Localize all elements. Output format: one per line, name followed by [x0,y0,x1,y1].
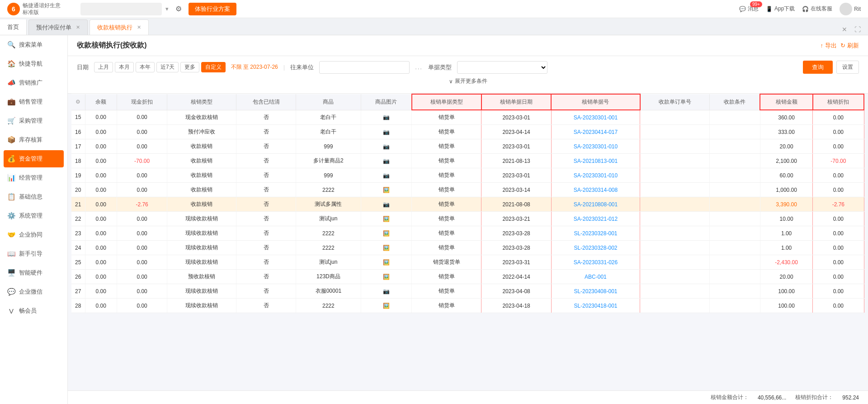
table-row: 280.000.00现续收款核销否2222🖼️销货单2023-04-18SL-2… [71,299,864,313]
more-filters-dots: ... [415,64,423,71]
table-row: 270.000.00现续收款核销否衣服00001📷销货单2023-04-08SL… [71,284,864,299]
date-this-year-btn[interactable]: 本年 [136,62,155,72]
date-range-display: 不限 至 2023-07-26 [231,63,278,71]
message-icon: 💬 [739,6,746,12]
user-area[interactable]: Rit [840,3,861,15]
th-product-img: 商品图片 [361,94,411,110]
system-icon: ⚙️ [7,212,15,220]
sidebar-item-system[interactable]: ⚙️ 系统管理 [0,206,67,225]
message-badge: 99+ [750,1,762,7]
sales-icon: 💼 [7,98,15,106]
bill-no-link[interactable]: SA-20210808-001 [574,201,618,208]
tab-writeoff-close-icon[interactable]: ✕ [137,24,141,30]
bill-no-link[interactable]: SL-20230408-001 [574,288,617,295]
bill-type-select[interactable] [457,61,547,74]
sidebar-item-purchase[interactable]: 🛒 采购管理 [0,111,67,130]
tab-bar-right: ✕ ⛶ [840,24,868,35]
sidebar-item-finance[interactable]: 💰 资金管理 [4,150,64,167]
table-body: 150.000.00现金收款核销否老白干📷销货单2023-03-01SA-202… [71,110,864,313]
search-button[interactable]: 查询 [803,61,833,74]
tab-maximize-icon[interactable]: ⛶ [853,24,863,35]
th-cash-discount: 现金折扣 [117,94,167,110]
tab-home[interactable]: 首页 [0,19,27,35]
sidebar-item-guide[interactable]: 📖 新手引导 [0,244,67,263]
dropdown-arrow-icon[interactable]: ▾ [165,5,169,12]
date-more-btn[interactable]: 更多 [180,62,199,72]
refresh-icon: ↻ [840,42,845,49]
footer-total-discount: 952.24 [842,394,859,401]
logo-area: 6 畅捷通谐好生意 标准版 [7,2,75,15]
bill-no-link[interactable]: SA-20230331-026 [574,259,618,266]
setting-button[interactable]: 设置 [836,61,859,74]
page-header: 收款核销执行(按收款) ↑ 导出 ↻ 刷新 [68,35,868,56]
partner-input[interactable] [319,61,410,74]
tab-close-all-icon[interactable]: ✕ [840,24,849,35]
wechat-icon: 💬 [7,288,15,296]
bill-no-link[interactable]: SA-20230301-010 [574,172,618,179]
table-row: 240.000.00现续收款核销否2222🖼️销货单2023-03-28SL-2… [71,241,864,255]
expand-icon: ∨ [449,78,453,85]
table-row: 180.00-70.00收款核销否多计量商品2📷销货单2021-08-13SA-… [71,154,864,168]
filter-row: 日期 上月 本月 本年 近7天 更多 自定义 不限 至 2023-07-26 |… [77,61,859,74]
sidebar-item-sales[interactable]: 💼 销售管理 [0,92,67,111]
logo-text: 畅捷通谐好生意 标准版 [23,2,61,15]
sidebar-item-hardware[interactable]: 🖥️ 智能硬件 [0,263,67,282]
date-custom-btn[interactable]: 自定义 [201,62,226,72]
table-row: 220.000.00现续收款核销否测试jun🖼️销货单2023-03-21SA-… [71,212,864,226]
th-balance: 余额 [85,94,117,110]
sidebar-item-vip[interactable]: V 畅会员 [0,301,67,320]
page-title: 收款核销执行(按收款) [77,41,147,50]
table-row: 170.000.00收款核销否999📷销货单2023-03-01SA-20230… [71,139,864,154]
date-last-month-btn[interactable]: 上月 [94,62,113,72]
main-layout: 🔍 搜索菜单 🏠 快捷导航 📣 营销推广 💼 销售管理 🛒 采购管理 📦 库存核… [0,35,868,404]
bill-no-link[interactable]: SA-20230301-001 [574,114,618,121]
app-download-button[interactable]: 📱 App下载 [766,5,795,13]
date-this-month-btn[interactable]: 本月 [115,62,134,72]
bill-no-link[interactable]: SL-20230328-001 [574,230,617,237]
table-wrapper[interactable]: ⚙ 余额 现金折扣 核销类型 包含已结清 商品 商品图片 核销单据类型 核销单据… [68,94,868,390]
sidebar-item-collab[interactable]: 🤝 企业协同 [0,225,67,244]
bill-no-link[interactable]: SL-20230328-002 [574,245,617,251]
table-settings-icon[interactable]: ⚙ [75,99,80,105]
table-row: 190.000.00收款核销否999📷销货单2023-03-01SA-20230… [71,168,864,183]
sidebar-item-inventory[interactable]: 📦 库存核算 [0,130,67,149]
th-order-no: 收款单订单号 [640,94,710,110]
online-service-button[interactable]: 🎧 在线客服 [802,5,832,13]
bill-no-link[interactable]: SA-20230301-010 [574,143,618,150]
sidebar-item-operations[interactable]: 📊 经营管理 [0,168,67,187]
th-writeoff-type: 核销类型 [167,94,236,110]
tab-writeoff[interactable]: 收款核销执行 ✕ [90,19,149,35]
bill-no-link[interactable]: ABC-001 [585,274,607,280]
expand-conditions-button[interactable]: ∨ 展开更多条件 [445,76,491,87]
gear-icon[interactable]: ⚙ [172,3,185,15]
download-icon: 📱 [766,6,773,12]
vip-icon: V [7,307,15,315]
bill-no-link[interactable]: SA-20230414-017 [574,129,618,135]
bill-no-link[interactable]: SA-20230314-008 [574,187,618,193]
tab-prepay[interactable]: 预付冲应付单 ✕ [28,19,88,35]
bill-no-link[interactable]: SL-20230418-001 [574,303,617,309]
export-button[interactable]: ↑ 导出 [821,42,837,50]
top-search-box[interactable] [80,3,162,15]
sidebar-item-home[interactable]: 🏠 快捷导航 [0,54,67,73]
sidebar-item-marketing[interactable]: 📣 营销推广 [0,73,67,92]
data-table: ⚙ 余额 现金折扣 核销类型 包含已结清 商品 商品图片 核销单据类型 核销单据… [71,94,864,313]
refresh-button[interactable]: ↻ 刷新 [840,42,859,50]
table-row: 250.000.00现续收款核销否测试jun🖼️销货退货单2023-03-31S… [71,255,864,270]
home-icon: 🏠 [7,60,15,68]
sidebar-item-wechat[interactable]: 💬 企业微信 [0,282,67,301]
bill-no-link[interactable]: SA-20210813-001 [574,158,618,164]
filter-divider: | [283,64,285,71]
date-buttons: 上月 本月 本年 近7天 更多 自定义 [94,62,226,72]
footer-total-amount: 40,556,66... [758,394,786,401]
finance-icon: 💰 [7,155,15,163]
sidebar-item-search[interactable]: 🔍 搜索菜单 [0,35,67,54]
date-7days-btn[interactable]: 近7天 [156,62,179,72]
trial-button[interactable]: 体验行业方案 [189,3,236,15]
bill-no-link[interactable]: SA-20230321-012 [574,216,618,222]
sidebar: 🔍 搜索菜单 🏠 快捷导航 📣 营销推广 💼 销售管理 🛒 采购管理 📦 库存核… [0,35,68,404]
sidebar-item-basic[interactable]: 📋 基础信息 [0,187,67,206]
message-button[interactable]: 💬 消息 99+ [739,5,759,13]
tab-prepay-close-icon[interactable]: ✕ [76,24,80,30]
table-row: 210.00-2.76收款核销否测试多属性📷销货单2021-08-08SA-20… [71,197,864,212]
